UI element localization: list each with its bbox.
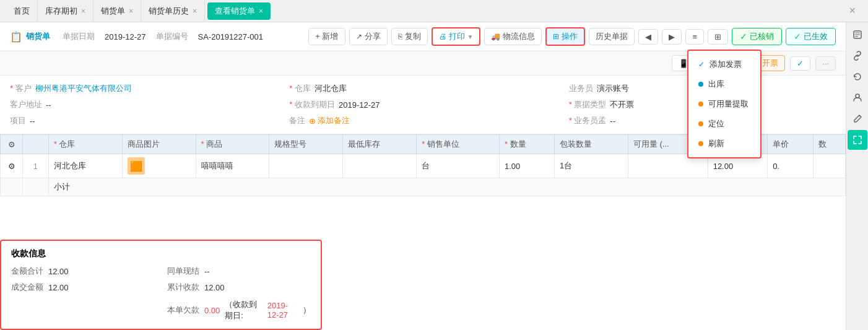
share-button[interactable]: ↗ 分享 [349,28,388,45]
tab-sales-history-close[interactable]: × [193,7,197,15]
row-gear[interactable]: ⚙ [1,154,23,178]
project-label: 项目 [10,115,26,126]
address-row: 客户地址 -- [10,99,277,110]
tab-inventory[interactable]: 库存期初 × [38,0,93,22]
sidebar-person-icon[interactable] [848,88,867,108]
sidebar-link-icon[interactable] [848,46,867,66]
dropdown-locate[interactable]: 定位 [688,114,760,134]
th-seq [23,135,49,154]
sidebar-rotate-icon[interactable] [848,67,867,87]
dropdown-available-qty[interactable]: 可用量提取 [688,94,760,114]
due-note: （收款到期日: [225,299,262,321]
dropdown-add-invoice[interactable]: ✓ 添加发票 [688,54,760,74]
available-qty-dot-icon [698,102,703,106]
sidebar-contact-icon[interactable] [848,25,867,45]
print-button[interactable]: 🖨 打印 ▼ [432,27,481,46]
tab-sales-history-label: 销货单历史 [149,6,189,17]
row-spec [269,154,343,178]
window-close-button[interactable]: × [843,4,862,17]
operations-dropdown: ✓ 添加发票 出库 可用量提取 定位 [687,50,762,158]
tab-inventory-close[interactable]: × [81,7,85,15]
share-button-label: 分享 [365,31,381,42]
right-sidebar [846,22,868,330]
tab-sales-close[interactable]: × [129,7,133,15]
view-list-button[interactable]: ≡ [685,29,704,45]
add-note-button[interactable]: ⊕ 添加备注 [309,115,350,126]
dropdown-refresh[interactable]: 刷新 [688,134,760,154]
available-qty-label: 可用量提取 [708,98,749,110]
refresh-dot-icon [698,141,703,146]
business-staff-value: -- [610,116,615,126]
amount-total-value: 12.00 [48,267,69,276]
dropdown-outbound[interactable]: 出库 [688,74,760,94]
row-seq: 1 [23,154,49,178]
new-button-label: + 新增 [315,31,338,42]
current-due-label: 本单欠款 [167,305,199,316]
operations-button[interactable]: ⊞ 操作 [545,27,585,46]
note-row: 备注 ⊕ 添加备注 [289,115,556,126]
th-sales-unit: 销售单位 [417,135,500,154]
confirm-button[interactable]: ✓ [790,56,810,71]
number-label: 单据编号 [156,31,188,42]
tab-view-sales-close[interactable]: × [259,7,263,15]
row-product-img: 🟧 [122,154,196,178]
tab-home-label: 首页 [14,6,30,17]
history-button[interactable]: 历史单据 [589,28,635,45]
prev-button[interactable]: ◀ [638,29,658,45]
note-placeholder: 添加备注 [318,115,350,126]
locate-dot-icon [698,121,703,126]
payment-title: 收款信息 [11,248,311,259]
subtotal-gear [1,178,23,196]
warehouse-value: 河北仓库 [315,83,347,94]
tab-sales-history[interactable]: 销货单历史 × [141,0,205,22]
current-due-value: 0.00 [204,306,220,315]
transaction-amount-value: 12.00 [48,283,69,292]
tab-sales[interactable]: 销货单 × [93,0,141,22]
row-more [814,154,846,178]
ticket-type-label: 票据类型 [569,99,607,110]
new-button[interactable]: + 新增 [308,28,345,45]
th-product-img: 商品图片 [122,135,196,154]
more-button[interactable]: ··· [815,56,836,71]
transaction-amount-row: 成交金额 12.00 [11,282,155,293]
row-unit-price: 0. [768,154,814,178]
same-order-label: 同单现结 [167,266,199,277]
view-grid-button[interactable]: ⊞ [708,29,728,45]
logistics-button[interactable]: 🚚 物流信息 [484,28,542,45]
doc-header: 📋 销货单 单据日期 2019-12-27 单据编号 SA-20191227-0… [0,22,846,51]
cumulative-payment-value: 12.00 [204,283,225,292]
due-date-value: 2019-12-27 [267,301,298,319]
subtotal-label: 小计 [48,178,845,196]
business-staff-label: 业务员孟 [569,115,607,126]
doc-meta: 单据日期 2019-12-27 单据编号 SA-20191227-001 [63,31,263,42]
add-invoice-check-icon: ✓ [698,60,705,69]
sidebar-edit-icon[interactable] [848,109,867,129]
payment-date-value: 2019-12-27 [339,100,380,110]
next-button[interactable]: ▶ [662,29,682,45]
th-min-stock: 最低库存 [343,135,417,154]
payment-section: 收款信息 金额合计 12.00 成交金额 12.00 [0,240,322,330]
tab-inventory-label: 库存期初 [45,6,77,17]
date-label: 单据日期 [63,31,95,42]
print-button-label: 打印 [449,31,465,42]
tab-home[interactable]: 首页 [6,0,38,22]
amount-total-row: 金额合计 12.00 [11,266,155,277]
cumulative-payment-label: 累计收款 [167,282,199,293]
sidebar-fullscreen-icon[interactable] [848,130,867,150]
due-close-paren: ） [303,305,311,316]
row-warehouse: 河北仓库 [48,154,122,178]
operations-button-label: 操作 [562,31,578,42]
current-due-row: 本单欠款 0.00 （收款到期日: 2019-12-27 ） [167,299,311,321]
copy-button-label: 复制 [405,31,421,42]
customer-value[interactable]: 柳州粤港平安气体有限公司 [35,83,132,94]
cumulative-payment-row: 累计收款 12.00 [167,282,311,293]
add-invoice-label: 添加发票 [710,59,742,70]
th-product: 商品 [196,135,269,154]
project-row: 项目 -- [10,115,277,126]
copy-button[interactable]: ⎘ 复制 [391,28,428,45]
customer-label: 客户 [10,83,32,94]
refresh-label: 刷新 [708,138,724,149]
th-warehouse: 仓库 [48,135,122,154]
product-table-container: ⚙ 仓库 商品图片 商品 规格型号 最低库存 销售单位 数量 包装数量 可用量 … [0,134,846,330]
tab-view-sales[interactable]: 查看销货单 × [207,2,271,20]
